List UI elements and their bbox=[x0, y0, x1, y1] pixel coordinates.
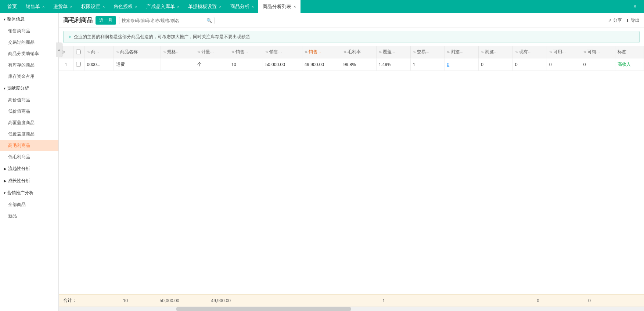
sidebar-item-all-goods[interactable]: 全部商品 bbox=[0, 199, 58, 210]
th-code-sort-icon: ⇅ bbox=[87, 50, 90, 54]
select-all-checkbox[interactable] bbox=[76, 50, 81, 54]
close-permissions-tab[interactable]: × bbox=[102, 4, 105, 9]
sidebar-group-overall[interactable]: ▾ 整体信息 bbox=[0, 13, 58, 25]
row-coverage: 1.49% bbox=[376, 58, 410, 71]
info-banner: ✧ 企业的主要的利润都是这部分商品创造的，可考虑加大推广，同时关注库存是不要出现… bbox=[63, 31, 640, 43]
th-current[interactable]: ⇅ 现有... bbox=[513, 46, 547, 58]
row-sales3: 49,900.00 bbox=[302, 58, 341, 71]
th-sales3-sort-icon: ⇅ bbox=[305, 50, 307, 54]
th-trans-sort-icon: ⇅ bbox=[413, 50, 416, 54]
sidebar-item-low-margin[interactable]: 低毛利商品 bbox=[0, 151, 58, 163]
nav-purchase[interactable]: 进货单 × bbox=[49, 0, 76, 13]
th-browse1[interactable]: ⇅ 浏览... bbox=[445, 46, 479, 58]
sidebar-item-new-goods[interactable]: 新品 bbox=[0, 210, 58, 222]
th-browse2[interactable]: ⇅ 浏览... bbox=[479, 46, 513, 58]
sidebar-item-high-value[interactable]: 高价值商品 bbox=[0, 94, 58, 106]
nav-home[interactable]: 首页 bbox=[3, 0, 21, 13]
row-spec bbox=[161, 58, 195, 71]
collapse-arrow-trend: ▶ bbox=[4, 167, 7, 171]
data-table-wrapper[interactable]: ⚙ ⇅ 商... bbox=[59, 46, 644, 294]
nav-product-inbound[interactable]: 产成品入库单 × bbox=[142, 0, 184, 13]
close-analysis-list-tab[interactable]: × bbox=[294, 4, 296, 9]
th-sales2-sort-icon: ⇅ bbox=[265, 50, 268, 54]
th-available[interactable]: ⇅ 可用... bbox=[547, 46, 581, 58]
sidebar-group-contribution[interactable]: ▾ 贡献度分析 bbox=[0, 82, 58, 94]
close-template-tab[interactable]: × bbox=[219, 4, 221, 9]
share-button[interactable]: ↗ 分享 bbox=[608, 17, 622, 23]
sidebar-item-low-value[interactable]: 低价值商品 bbox=[0, 106, 58, 117]
th-name[interactable]: ⇅ 商品名称 bbox=[114, 46, 161, 58]
sidebar-item-high-coverage[interactable]: 高覆盖度商品 bbox=[0, 117, 58, 129]
th-unit-sort-icon: ⇅ bbox=[197, 50, 200, 54]
sidebar-collapse-button[interactable]: « bbox=[56, 43, 62, 57]
th-avail-sort-icon: ⇅ bbox=[549, 50, 552, 54]
sidebar-item-traded-goods[interactable]: 交易过的商品 bbox=[0, 37, 58, 48]
collapse-arrow-contribution: ▾ bbox=[4, 86, 6, 90]
th-cov-sort-icon: ⇅ bbox=[379, 50, 382, 54]
th-sellable[interactable]: ⇅ 可销... bbox=[581, 46, 615, 58]
close-purchase-tab[interactable]: × bbox=[70, 4, 72, 9]
th-sales1[interactable]: ⇅ 销售... bbox=[229, 46, 263, 58]
period-button[interactable]: 近一月 bbox=[96, 16, 116, 25]
th-gross-margin[interactable]: ⇅ 毛利率 bbox=[341, 46, 376, 58]
export-button[interactable]: ⬇ 导出 bbox=[626, 17, 640, 23]
close-sales-tab[interactable]: × bbox=[42, 4, 44, 9]
scrollbar-thumb[interactable] bbox=[176, 307, 352, 311]
bottom-scrollbar[interactable] bbox=[59, 307, 644, 311]
th-gm-sort-icon: ⇅ bbox=[343, 50, 346, 54]
sidebar-item-low-coverage[interactable]: 低覆盖度商品 bbox=[0, 129, 58, 140]
row-transactions: 1 bbox=[410, 58, 445, 71]
share-icon: ↗ bbox=[608, 18, 612, 23]
search-icon[interactable]: 🔍 bbox=[206, 18, 212, 23]
close-window-button[interactable]: × bbox=[629, 3, 641, 10]
th-spec-sort-icon: ⇅ bbox=[163, 50, 166, 54]
data-table: ⚙ ⇅ 商... bbox=[59, 46, 644, 71]
th-browse1-sort-icon: ⇅ bbox=[447, 50, 450, 54]
footer-sales3: 49,900.00 bbox=[201, 298, 231, 303]
th-name-sort-icon: ⇅ bbox=[116, 50, 119, 54]
close-roles-tab[interactable]: × bbox=[135, 4, 137, 9]
sidebar-item-category-rate[interactable]: 商品分类助销率 bbox=[0, 48, 58, 59]
row-sales2: 50,000.00 bbox=[263, 58, 302, 71]
row-available: 0 bbox=[547, 58, 581, 71]
tag-badge: 高收入 bbox=[618, 62, 631, 67]
sidebar-group-marketing[interactable]: ▾ 营销推广分析 bbox=[0, 187, 58, 199]
footer-transactions: 1 bbox=[356, 298, 385, 303]
row-browse1[interactable]: 0 bbox=[445, 58, 479, 71]
sidebar-item-in-stock[interactable]: 有库存的商品 bbox=[0, 59, 58, 71]
sidebar-group-trend[interactable]: ▶ 流趋性分析 bbox=[0, 163, 58, 175]
content-header: 高毛利商品 近一月 🔍 ↗ 分享 ⬇ 导出 bbox=[59, 13, 644, 28]
row-tag: 高收入 bbox=[615, 58, 644, 71]
nav-roles[interactable]: 角色授权 × bbox=[109, 0, 141, 13]
th-spec[interactable]: ⇅ 规格... bbox=[161, 46, 195, 58]
nav-template-settings[interactable]: 单据模板设置 × bbox=[184, 0, 226, 13]
th-code[interactable]: ⇅ 商... bbox=[84, 46, 114, 58]
row-gross-margin: 99.8% bbox=[341, 58, 376, 71]
sidebar-group-growth[interactable]: ▶ 成长性分析 bbox=[0, 175, 58, 187]
nav-sales[interactable]: 销售单 × bbox=[21, 0, 49, 13]
nav-permissions[interactable]: 权限设置 × bbox=[77, 0, 109, 13]
row-sellable: 0 bbox=[581, 58, 615, 71]
close-analysis-tab[interactable]: × bbox=[252, 4, 254, 9]
row-checkbox[interactable] bbox=[73, 58, 84, 71]
th-unit[interactable]: ⇅ 计量... bbox=[195, 46, 229, 58]
th-sales2[interactable]: ⇅ 销售... bbox=[263, 46, 302, 58]
collapse-arrow-marketing: ▾ bbox=[4, 191, 6, 195]
nav-product-analysis-list[interactable]: 商品分析列表 × bbox=[258, 0, 300, 13]
collapse-arrow-overall: ▾ bbox=[4, 17, 6, 21]
sidebar-item-inventory-fund[interactable]: 库存资金占用 bbox=[0, 71, 58, 82]
nav-product-analysis[interactable]: 商品分析 × bbox=[226, 0, 258, 13]
browse1-link[interactable]: 0 bbox=[447, 62, 449, 67]
row-current: 0 bbox=[513, 58, 547, 71]
close-product-inbound-tab[interactable]: × bbox=[177, 4, 179, 9]
search-box: 🔍 bbox=[119, 17, 215, 24]
row-select-checkbox[interactable] bbox=[76, 62, 81, 66]
th-sales3[interactable]: ⇅ 销售... bbox=[302, 46, 341, 58]
search-input[interactable] bbox=[122, 18, 206, 23]
th-curr-sort-icon: ⇅ bbox=[515, 50, 518, 54]
sidebar-item-sales-goods[interactable]: 销售类商品 bbox=[0, 25, 58, 37]
th-transactions[interactable]: ⇅ 交易... bbox=[410, 46, 445, 58]
footer-label: 合计： bbox=[63, 297, 76, 304]
th-coverage[interactable]: ⇅ 覆盖... bbox=[376, 46, 410, 58]
sidebar-item-high-margin[interactable]: 高毛利商品 bbox=[0, 140, 58, 151]
